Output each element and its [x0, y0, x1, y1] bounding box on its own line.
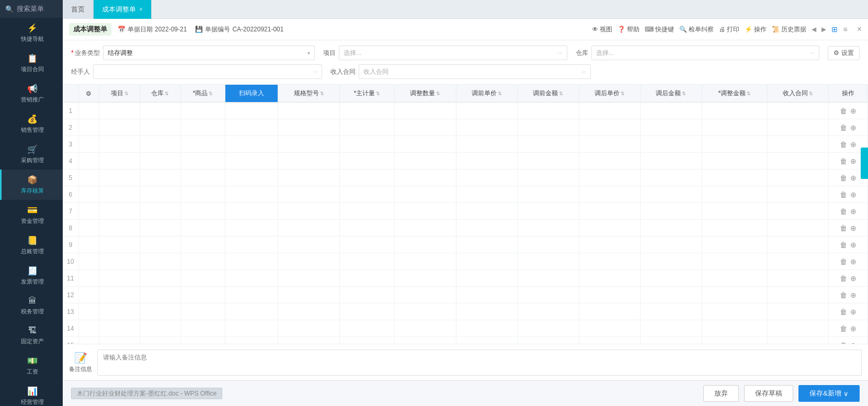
- cell-before-unit-price-1[interactable]: [456, 103, 518, 119]
- cell-spec-type-3[interactable]: [278, 136, 340, 153]
- cell-unit-1[interactable]: [339, 103, 394, 119]
- copy-icon-14[interactable]: ⊕: [850, 324, 856, 333]
- cell-product-4[interactable]: [180, 153, 225, 170]
- cell-before-amount-11[interactable]: [518, 270, 579, 287]
- cell-product-13[interactable]: [180, 303, 225, 320]
- cell-after-unit-price-10[interactable]: [579, 253, 641, 270]
- cell-spec-type-14[interactable]: [278, 320, 340, 337]
- cell-spec-type-15[interactable]: [278, 337, 340, 344]
- cell-product-1[interactable]: [180, 103, 225, 119]
- warehouse-input[interactable]: 选择... ···: [591, 46, 819, 60]
- cell-adj-qty-7[interactable]: [395, 203, 456, 220]
- cell-project-15[interactable]: [99, 337, 140, 344]
- cell-adj-amount-11[interactable]: [702, 270, 767, 287]
- cell-warehouse-4[interactable]: [140, 153, 181, 170]
- sidebar-item-invoice-mgmt[interactable]: 🧾 发票管理: [0, 261, 63, 291]
- cell-unit-6[interactable]: [339, 186, 394, 203]
- sidebar-search[interactable]: 🔍 搜索菜单: [0, 0, 63, 18]
- right-edge-toggle[interactable]: [861, 148, 868, 179]
- cell-gear-9[interactable]: [78, 236, 99, 253]
- taskbar-item[interactable]: 木门行业好业财处理方案-墨红红.doc - WPS Office: [71, 388, 222, 399]
- cell-before-unit-price-3[interactable]: [456, 136, 518, 153]
- copy-icon-13[interactable]: ⊕: [850, 308, 856, 316]
- cell-after-unit-price-5[interactable]: [579, 170, 641, 186]
- cell-before-amount-8[interactable]: [518, 220, 579, 236]
- cell-before-amount-6[interactable]: [518, 186, 579, 203]
- sort-icon-adj-qty[interactable]: ⇅: [436, 91, 440, 96]
- handler-input[interactable]: ···: [93, 64, 322, 79]
- cell-adj-qty-13[interactable]: [395, 303, 456, 320]
- delete-icon-11[interactable]: 🗑: [840, 274, 847, 283]
- cell-after-amount-13[interactable]: [641, 303, 702, 320]
- cell-income-contract-8[interactable]: [767, 220, 829, 236]
- cell-before-unit-price-2[interactable]: [456, 119, 518, 136]
- delete-icon-3[interactable]: 🗑: [840, 140, 847, 149]
- sort-icon-spec-type[interactable]: ⇅: [320, 91, 324, 96]
- cell-after-unit-price-15[interactable]: [579, 337, 641, 344]
- cell-adj-qty-2[interactable]: [395, 119, 456, 136]
- cell-warehouse-10[interactable]: [140, 253, 181, 270]
- cell-adj-amount-5[interactable]: [702, 170, 767, 186]
- cell-scan-input-1[interactable]: [225, 103, 278, 119]
- cell-product-11[interactable]: [180, 270, 225, 287]
- cell-scan-input-2[interactable]: [225, 119, 278, 136]
- cell-after-amount-12[interactable]: [641, 287, 702, 303]
- cell-unit-8[interactable]: [339, 220, 394, 236]
- sort-icon-product[interactable]: ⇅: [209, 91, 213, 96]
- cell-scan-input-7[interactable]: [225, 203, 278, 220]
- sort-icon-warehouse[interactable]: ⇅: [165, 91, 169, 96]
- panel-action-view[interactable]: 👁 视图: [592, 25, 612, 34]
- sidebar-item-fund-mgmt[interactable]: 💳 资金管理: [0, 200, 63, 230]
- cell-unit-12[interactable]: [339, 287, 394, 303]
- cell-warehouse-11[interactable]: [140, 270, 181, 287]
- cell-product-7[interactable]: [180, 203, 225, 220]
- cell-adj-qty-15[interactable]: [395, 337, 456, 344]
- cell-after-unit-price-9[interactable]: [579, 236, 641, 253]
- cell-adj-qty-3[interactable]: [395, 136, 456, 153]
- sort-icon-unit[interactable]: ⇅: [376, 91, 380, 96]
- delete-icon-4[interactable]: 🗑: [840, 157, 847, 165]
- cell-adj-amount-8[interactable]: [702, 220, 767, 236]
- cell-after-amount-2[interactable]: [641, 119, 702, 136]
- tab-close-cost-adjust[interactable]: ×: [139, 6, 143, 13]
- cell-after-amount-6[interactable]: [641, 186, 702, 203]
- cell-scan-input-5[interactable]: [225, 170, 278, 186]
- cell-adj-qty-12[interactable]: [395, 287, 456, 303]
- cell-product-12[interactable]: [180, 287, 225, 303]
- delete-icon-1[interactable]: 🗑: [840, 107, 847, 115]
- cell-spec-type-2[interactable]: [278, 119, 340, 136]
- cell-before-unit-price-9[interactable]: [456, 236, 518, 253]
- cell-after-unit-price-3[interactable]: [579, 136, 641, 153]
- cell-warehouse-7[interactable]: [140, 203, 181, 220]
- col-header-scan-input[interactable]: 扫码录入: [225, 85, 278, 103]
- cell-income-contract-5[interactable]: [767, 170, 829, 186]
- cell-spec-type-4[interactable]: [278, 153, 340, 170]
- delete-icon-6[interactable]: 🗑: [840, 190, 847, 199]
- cell-product-14[interactable]: [180, 320, 225, 337]
- copy-icon-8[interactable]: ⊕: [850, 224, 856, 232]
- cell-project-7[interactable]: [99, 203, 140, 220]
- sort-icon-adj-amount[interactable]: ⇅: [747, 91, 751, 96]
- cell-unit-14[interactable]: [339, 320, 394, 337]
- cell-product-5[interactable]: [180, 170, 225, 186]
- delete-icon-10[interactable]: 🗑: [840, 257, 847, 266]
- panel-action-help[interactable]: ❓ 帮助: [618, 25, 639, 34]
- cell-warehouse-6[interactable]: [140, 186, 181, 203]
- sort-icon-before-unit-price[interactable]: ⇅: [498, 91, 502, 96]
- cell-gear-13[interactable]: [78, 303, 99, 320]
- copy-icon-6[interactable]: ⊕: [850, 190, 856, 199]
- cell-gear-4[interactable]: [78, 153, 99, 170]
- cell-income-contract-13[interactable]: [767, 303, 829, 320]
- cell-adj-amount-1[interactable]: [702, 103, 767, 119]
- cell-project-13[interactable]: [99, 303, 140, 320]
- cell-after-amount-9[interactable]: [641, 236, 702, 253]
- copy-icon-11[interactable]: ⊕: [850, 274, 856, 283]
- cell-unit-7[interactable]: [339, 203, 394, 220]
- cell-before-unit-price-10[interactable]: [456, 253, 518, 270]
- cell-after-amount-15[interactable]: [641, 337, 702, 344]
- cell-unit-15[interactable]: [339, 337, 394, 344]
- cell-before-unit-price-8[interactable]: [456, 220, 518, 236]
- sidebar-item-ledger-mgmt[interactable]: 📒 总账管理: [0, 230, 63, 261]
- cell-scan-input-9[interactable]: [225, 236, 278, 253]
- cell-scan-input-11[interactable]: [225, 270, 278, 287]
